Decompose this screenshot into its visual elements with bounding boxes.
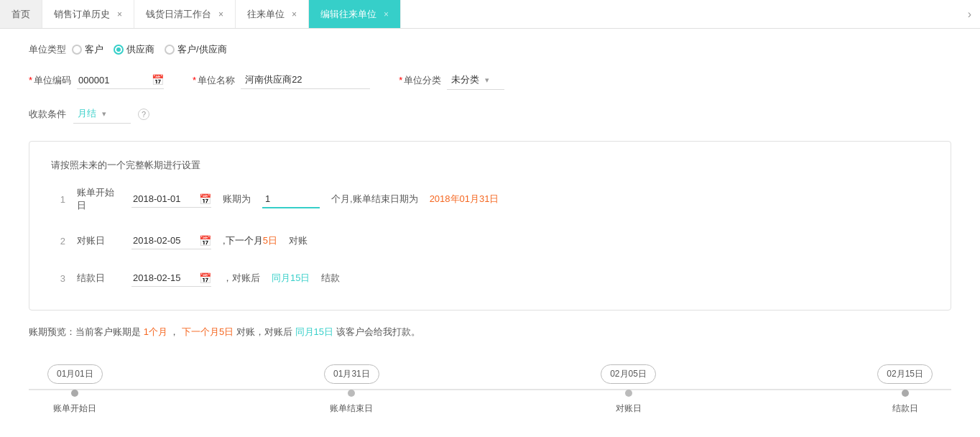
timeline-point-1: 01月01日 账单开始日 — [43, 364, 107, 415]
unit-category-label: *单位分类 — [399, 74, 441, 87]
unit-code-input-wrapper: 📅 — [77, 72, 164, 89]
unit-category-field: *单位分类 未分类 ▾ — [399, 70, 504, 90]
timeline-point-2-dot — [348, 390, 355, 397]
period-row-3-num: 3 — [51, 273, 65, 284]
help-icon[interactable]: ? — [138, 109, 149, 120]
radio-supplier[interactable]: 供应商 — [114, 43, 154, 56]
unit-type-label: 单位类型 — [29, 43, 66, 56]
period-row-1-label: 账单开始日 — [77, 186, 120, 212]
timeline-point-2-badge-container: 01月31日 — [320, 364, 384, 384]
unit-category-select[interactable]: 未分类 ▾ — [447, 70, 504, 90]
tab-partner-unit[interactable]: 往来单位 × — [236, 0, 309, 28]
timeline-point-4: 02月15日 结款日 — [873, 364, 937, 415]
period-row-1-suffix-after: 个月,账单结束日期为 — [331, 193, 418, 206]
preview-part3: 同月15日 — [295, 326, 333, 337]
collect-condition-label: 收款条件 — [29, 108, 66, 121]
period-row-1-end-date: 2018年01月31日 — [430, 193, 499, 206]
unit-type-field: 单位类型 客户 供应商 客户/供应商 — [29, 43, 227, 56]
collect-condition-select[interactable]: 月结 ▾ — [73, 104, 131, 124]
period-row-3: 3 结款日 📅 ，对账后 同月15日 结款 — [51, 270, 929, 287]
tab-bar: 首页 销售订单历史 × 钱货日清工作台 × 往来单位 × 编辑往来单位 × › — [0, 0, 980, 29]
period-row-3-date-wrapper: 📅 — [131, 270, 211, 287]
period-row-2: 2 对账日 📅 ,下一个月5日 对账 — [51, 232, 929, 249]
period-row-2-label: 对账日 — [77, 234, 120, 247]
period-row-3-date-input[interactable] — [131, 270, 196, 286]
period-row-2-highlight: ,下一个月5日 — [223, 234, 277, 247]
tab-cash-work-label: 钱货日清工作台 — [146, 8, 211, 21]
tab-sales-history-close[interactable]: × — [117, 9, 122, 19]
preview-part2: 下一个月5日 — [182, 326, 234, 337]
period-row-3-label: 结款日 — [77, 272, 120, 285]
tab-edit-partner[interactable]: 编辑往来单位 × — [309, 0, 401, 28]
timeline-point-3-date: 02月05日 — [601, 364, 656, 384]
unit-code-field: *单位编码 📅 — [29, 72, 164, 89]
period-row-2-calendar-icon[interactable]: 📅 — [199, 235, 211, 247]
timeline-point-1-dot — [71, 390, 78, 397]
period-row-1-suffix-before: 账期为 — [223, 193, 251, 206]
tab-edit-partner-close[interactable]: × — [384, 9, 389, 19]
unit-code-input[interactable] — [77, 72, 149, 88]
period-row-3-suffix: 结款 — [321, 272, 340, 285]
radio-both[interactable]: 客户/供应商 — [165, 43, 227, 56]
unit-name-input[interactable] — [241, 72, 370, 89]
period-row-3-prefix: ，对账后 — [223, 272, 260, 285]
preview-text: 账期预览：当前客户账期是 1个月 ， 下一个月5日 对账，对账后 同月15日 该… — [29, 325, 951, 340]
period-row-2-num: 2 — [51, 236, 65, 247]
tab-sales-history[interactable]: 销售订单历史 × — [42, 0, 134, 28]
collect-condition-row: 收款条件 月结 ▾ ? — [29, 104, 951, 124]
unit-category-dropdown-icon: ▾ — [485, 75, 489, 85]
period-setting-box: 请按照未来的一个完整帐期进行设置 1 账单开始日 📅 账期为 个月,账单结束日期… — [29, 141, 951, 310]
preview-sep1: ， — [170, 326, 179, 337]
timeline-point-3-badge-container: 02月05日 — [596, 364, 660, 384]
timeline-point-2-label: 账单结束日 — [330, 402, 373, 415]
period-box-title: 请按照未来的一个完整帐期进行设置 — [51, 159, 929, 172]
period-row-3-highlight: 同月15日 — [272, 272, 310, 285]
timeline-point-3-label: 对账日 — [616, 402, 642, 415]
tab-cash-work-close[interactable]: × — [218, 9, 223, 19]
timeline-point-1-label: 账单开始日 — [53, 402, 96, 415]
collect-condition-dropdown-icon: ▾ — [102, 109, 106, 119]
period-row-1-months-input[interactable] — [262, 190, 320, 208]
unit-category-value: 未分类 — [451, 73, 479, 86]
radio-both-circle — [165, 45, 175, 55]
preview-section: 账期预览：当前客户账期是 1个月 ， 下一个月5日 对账，对账后 同月15日 该… — [29, 325, 951, 422]
timeline-point-2: 01月31日 账单结束日 — [320, 364, 384, 415]
radio-both-label: 客户/供应商 — [177, 43, 227, 56]
period-row-2-date-input[interactable] — [131, 232, 196, 249]
radio-customer-circle — [72, 45, 82, 55]
period-row-2-highlight-day: 5日 — [263, 235, 277, 246]
timeline-points: 01月01日 账单开始日 01月31日 账单结束日 02月05日 — [43, 364, 937, 415]
unit-name-star: * — [193, 75, 196, 86]
unit-code-calendar-icon[interactable]: 📅 — [152, 74, 164, 86]
period-row-2-suffix: 对账 — [289, 234, 308, 247]
unit-code-star: * — [29, 75, 32, 86]
period-row-1-date-input[interactable] — [131, 190, 196, 207]
tab-more-button[interactable]: › — [959, 0, 980, 28]
tab-cash-work[interactable]: 钱货日清工作台 × — [134, 0, 236, 28]
timeline-point-4-badge-container: 02月15日 — [873, 364, 937, 384]
radio-supplier-label: 供应商 — [126, 43, 154, 56]
timeline-point-4-label: 结款日 — [892, 402, 918, 415]
radio-supplier-circle — [114, 45, 124, 55]
period-row-3-calendar-icon[interactable]: 📅 — [199, 272, 211, 284]
tab-partner-unit-close[interactable]: × — [292, 9, 297, 19]
preview-prefix: 账期预览：当前客户账期是 — [29, 326, 141, 337]
timeline-point-3-dot — [625, 390, 632, 397]
timeline-point-2-date: 01月31日 — [324, 364, 379, 384]
tab-home[interactable]: 首页 — [0, 0, 42, 28]
preview-suffix: 该客户会给我打款。 — [336, 326, 420, 337]
collect-condition-value: 月结 — [78, 107, 96, 120]
tab-edit-partner-label: 编辑往来单位 — [320, 8, 376, 21]
radio-customer[interactable]: 客户 — [72, 43, 103, 56]
timeline: 01月01日 账单开始日 01月31日 账单结束日 02月05日 — [29, 357, 951, 422]
timeline-point-3: 02月05日 对账日 — [596, 364, 660, 415]
timeline-point-1-badge-container: 01月01日 — [43, 364, 107, 384]
period-row-1-num: 1 — [51, 194, 65, 205]
unit-code-label: *单位编码 — [29, 74, 71, 87]
period-row-1-calendar-icon[interactable]: 📅 — [199, 193, 211, 205]
code-name-category-row: *单位编码 📅 *单位名称 *单位分类 未分类 ▾ — [29, 70, 951, 90]
period-row-1: 1 账单开始日 📅 账期为 个月,账单结束日期为 2018年01月31日 — [51, 186, 929, 212]
tab-home-label: 首页 — [11, 8, 30, 21]
unit-type-row: 单位类型 客户 供应商 客户/供应商 — [29, 43, 951, 56]
tab-partner-unit-label: 往来单位 — [247, 8, 285, 21]
